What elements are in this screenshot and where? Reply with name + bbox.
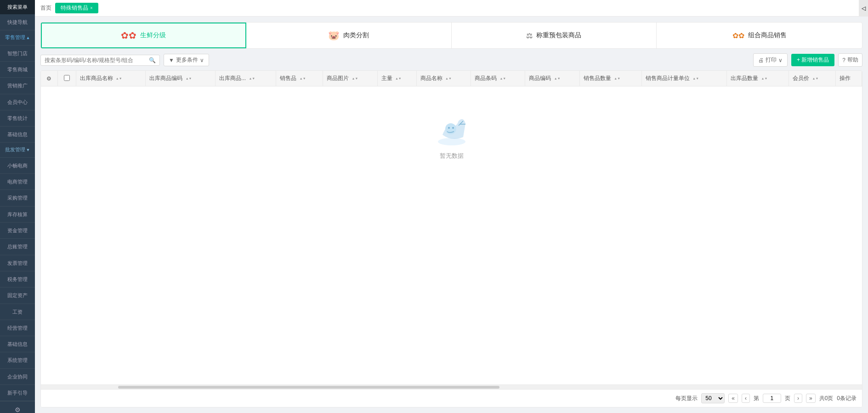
th-settings[interactable]: ⚙ [41,71,57,86]
new-button[interactable]: + 新增销售品 [791,54,834,66]
search-box[interactable]: 🔍 [40,55,160,66]
toolbar: 🔍 ▼ 更多条件 ∨ 🖨 打印 ∨ + 新增销售品 ? [40,53,862,67]
prev-page-button[interactable]: ‹ [742,394,750,403]
sidebar-item-gudingzichan[interactable]: 固定资产 [0,287,35,304]
th-outcode[interactable]: 出库商品编码 ▲▼ [146,71,216,86]
th-prodimg[interactable]: 商品图片 ▲▼ [323,71,377,86]
sidebar-item-zhangmu[interactable]: 总账管理 [0,239,35,255]
th-checkbox[interactable] [57,71,76,86]
sidebar-item-jichu1[interactable]: 基础信息 [0,126,35,143]
th-prodname-label: 商品名称 [420,75,443,81]
th-memberprice-label: 会员价 [793,75,809,81]
th-prodcode[interactable]: 商品编码 ▲▼ [525,71,579,86]
sidebar-item-fapiao[interactable]: 发票管理 [0,255,35,271]
scrollbar-thumb[interactable] [118,386,499,389]
th-prodname[interactable]: 商品名称 ▲▼ [416,71,471,86]
sidebar-item-xinshou[interactable]: 新手引导 [0,385,35,401]
sort-icon-6[interactable]: ▲▼ [395,77,402,80]
th-action: 操作 [835,71,862,86]
sort-icon[interactable]: ▲▼ [116,77,122,80]
sort-icon-4[interactable]: ▲▼ [300,77,306,80]
th-memberprice[interactable]: 会员价 ▲▼ [789,71,836,86]
print-button[interactable]: 🖨 打印 ∨ [753,53,788,67]
sort-icon-10[interactable]: ▲▼ [614,77,620,80]
th-outname[interactable]: 出库商品名称 ▲▼ [76,71,146,86]
sidebar-item-shuiwu[interactable]: 税务管理 [0,271,35,287]
content-area: ✿✿ 生鲜分级 🐷 肉类分割 ⚖ 称重预包装商品 ✿✿ 组合商品销售 🔍 [35,17,868,413]
combo-icon: ✿✿ [732,31,744,40]
sidebar-item-xiaochang[interactable]: 小畅电商 [0,158,35,174]
sort-icon-7[interactable]: ▲▼ [445,77,452,80]
topbar-tab-special[interactable]: 特殊销售品 × [55,3,98,13]
th-unit[interactable]: 销售商品计量单位 ▲▼ [641,71,726,86]
empty-icon [433,114,470,146]
horizontal-scrollbar[interactable] [41,384,862,389]
page-label: 第 [754,395,759,402]
sidebar-item-dianshang[interactable]: 电商管理 [0,174,35,190]
fresh-icon: ✿✿ [121,30,136,41]
pifa-expand-icon: ▼ [26,147,30,153]
sidebar-item-gongzi[interactable]: 工资 [0,304,35,320]
help-button[interactable]: ? 帮助 [838,53,862,67]
sidebar-item-qiye[interactable]: 企业协同 [0,369,35,385]
sidebar-item-kuaijie[interactable]: 快捷导航 [0,14,35,30]
th-salesprod-label: 销售品 [280,75,296,81]
sidebar-item-zhihui[interactable]: 智慧门店 [0,46,35,62]
th-out3[interactable]: 出库商品... ▲▼ [216,71,276,86]
topbar-tab-close-icon[interactable]: × [90,6,93,11]
sidebar-item-yingxiao[interactable]: 营销推广 [0,78,35,94]
topbar-home[interactable]: 首页 [40,4,51,12]
sidebar-item-pifa[interactable]: 批发管理 ▼ [0,143,35,157]
th-mainqty[interactable]: 主量 ▲▼ [377,71,416,86]
th-barcode[interactable]: 商品条码 ▲▼ [471,71,525,86]
sort-icon-12[interactable]: ▲▼ [761,77,767,80]
filter-button[interactable]: ▼ 更多条件 ∨ [164,54,209,66]
select-all-checkbox[interactable] [64,75,70,81]
search-input[interactable] [45,57,149,63]
tab-combo[interactable]: ✿✿ 组合商品销售 [657,23,862,48]
sidebar-search[interactable]: 搜索菜单 [0,0,35,14]
tab-meat[interactable]: 🐷 肉类分割 [246,23,452,48]
sidebar-item-jichu2[interactable]: 基础信息 [0,336,35,352]
last-page-button[interactable]: » [806,394,816,403]
th-salesprod[interactable]: 销售品 ▲▼ [276,71,323,86]
sidebar-item-huiyuan[interactable]: 会员中心 [0,94,35,110]
th-salesqty[interactable]: 销售品数量 ▲▼ [579,71,641,86]
category-tabs: ✿✿ 生鲜分级 🐷 肉类分割 ⚖ 称重预包装商品 ✿✿ 组合商品销售 [40,22,862,49]
filter-label: 更多条件 [176,56,198,64]
table-scroll[interactable]: ⚙ 出库商品名称 ▲▼ 出库商品编码 ▲▼ 出库商品... [41,71,862,384]
filter-caret-icon: ∨ [200,57,204,63]
sidebar-item-tongji[interactable]: 零售统计 [0,110,35,126]
search-icon[interactable]: 🔍 [149,57,156,63]
tab-scale[interactable]: ⚖ 称重预包装商品 [452,23,657,48]
sort-icon-9[interactable]: ▲▼ [554,77,561,80]
page-input[interactable] [763,394,781,403]
topbar-tab-label: 特殊销售品 [61,4,88,12]
sidebar-item-caigou[interactable]: 采购管理 [0,190,35,206]
sort-icon-5[interactable]: ▲▼ [352,77,358,80]
gear-icon[interactable]: ⚙ [0,401,35,413]
lingshoup-expand-icon: ▲ [26,35,30,41]
sort-icon-13[interactable]: ▲▼ [812,77,819,80]
empty-text: 暂无数据 [440,152,464,160]
th-outqty[interactable]: 出库品数量 ▲▼ [727,71,789,86]
next-page-button[interactable]: › [794,394,802,403]
sidebar-item-jingying[interactable]: 经营管理 [0,320,35,336]
svg-point-0 [438,138,465,145]
first-page-button[interactable]: « [728,394,738,403]
svg-point-2 [448,127,450,129]
sidebar-item-shangcheng[interactable]: 零售商城 [0,62,35,78]
sidebar-item-xitong[interactable]: 系统管理 [0,352,35,368]
top-toggle-icon[interactable]: ◁ [859,0,868,17]
sort-icon-11[interactable]: ▲▼ [692,77,699,80]
sidebar-item-kucun[interactable]: 库存核算 [0,206,35,223]
sidebar-item-lingshoup[interactable]: 零售管理 ▲ [0,30,35,45]
sort-icon-3[interactable]: ▲▼ [249,77,255,80]
per-page-select[interactable]: 50 10 20 100 [701,393,725,403]
sort-icon-8[interactable]: ▲▼ [499,77,506,80]
sort-icon-2[interactable]: ▲▼ [186,77,192,80]
sidebar-item-zijin[interactable]: 资金管理 [0,223,35,239]
tab-fresh[interactable]: ✿✿ 生鲜分级 [41,23,246,48]
th-action-label: 操作 [840,75,851,81]
topbar: 首页 特殊销售品 × ◁ [35,0,868,17]
